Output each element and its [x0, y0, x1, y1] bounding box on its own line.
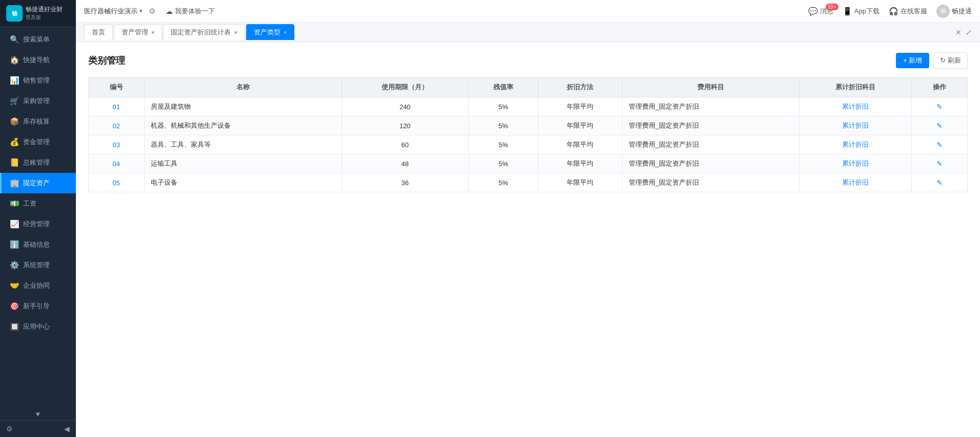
cell-method: 年限平均 — [538, 135, 622, 154]
collapse-icon[interactable]: ◀ — [64, 425, 70, 433]
table-header: 编号 名称 使用期限（月） 残值率 折旧方法 费用科目 累计折旧科目 操作 — [89, 77, 968, 97]
content-actions: + 新增 ↻ 刷新 — [896, 52, 968, 69]
sidebar-item-label-system: 系统管理 — [23, 261, 50, 270]
tab-fixed-asset-report[interactable]: 固定资产折旧统计表 × — [163, 24, 245, 40]
online-service-btn[interactable]: 🎧 在线客服 — [889, 7, 927, 16]
cell-residual: 5% — [468, 154, 538, 173]
sidebar-item-salary[interactable]: 💵 工资 — [0, 193, 76, 214]
sidebar-item-label-basic-info: 基础信息 — [23, 240, 50, 249]
tab-fixed-asset-report-close[interactable]: × — [234, 29, 237, 35]
col-accumulated: 累计折旧科目 — [799, 77, 912, 97]
sidebar: 畅 畅捷通好业财 普及版 🔍 搜索菜单 🏠 快捷导航 📊 销售管理 🛒 采购管理… — [0, 0, 76, 437]
sidebar-item-purchase[interactable]: 🛒 采购管理 — [0, 91, 76, 111]
edit-icon[interactable]: ✎ — [936, 103, 943, 111]
cell-code: 02 — [89, 116, 145, 135]
cell-action: ✎ — [912, 173, 968, 192]
logo-name: 畅捷通好业财 — [26, 6, 63, 14]
edit-icon[interactable]: ✎ — [936, 178, 943, 187]
cell-residual: 5% — [468, 97, 538, 116]
cell-expense: 管理费用_固定资产折旧 — [622, 154, 799, 173]
sidebar-item-basic-info[interactable]: ℹ️ 基础信息 — [0, 234, 76, 255]
asset-type-table: 编号 名称 使用期限（月） 残值率 折旧方法 费用科目 累计折旧科目 操作 01… — [88, 77, 968, 192]
sidebar-item-label-guide: 新手引导 — [23, 302, 50, 311]
content-area: 类别管理 + 新增 ↻ 刷新 编号 名称 使用期限（月） 残值率 折旧方法 费用… — [76, 42, 980, 437]
cell-method: 年限平均 — [538, 154, 622, 173]
sidebar-nav: 🔍 搜索菜单 🏠 快捷导航 📊 销售管理 🛒 采购管理 📦 库存核算 💰 资金管… — [0, 27, 76, 408]
user-profile[interactable]: 畅 畅捷通 — [936, 5, 972, 18]
table-row: 05 电子设备 36 5% 年限平均 管理费用_固定资产折旧 累计折旧 ✎ — [89, 173, 968, 192]
col-action: 操作 — [912, 77, 968, 97]
sidebar-item-fixed-assets[interactable]: 🏢 固定资产 — [0, 173, 76, 193]
tab-asset-type-label: 资产类型 — [254, 28, 281, 37]
new-button-label: + 新增 — [903, 56, 922, 65]
sidebar-item-label-search: 搜索菜单 — [23, 35, 50, 44]
cell-code: 03 — [89, 135, 145, 154]
sidebar-item-quick-nav[interactable]: 🏠 快捷导航 — [0, 50, 76, 70]
content-header: 类别管理 + 新增 ↻ 刷新 — [88, 52, 968, 69]
tab-asset-type[interactable]: 资产类型 × — [246, 24, 294, 40]
sidebar-item-sales[interactable]: 📊 销售管理 — [0, 70, 76, 91]
topbar: 医疗器械行业演示 ▾ ⚙ ☁ 我要体验一下 💬 消息 99+ 📱 App下载 🎧… — [76, 0, 980, 23]
col-method: 折旧方法 — [538, 77, 622, 97]
window-maximize-btn[interactable]: ⤢ — [966, 28, 972, 36]
sidebar-item-enterprise[interactable]: 🤝 企业协同 — [0, 275, 76, 296]
app-download-btn[interactable]: 📱 App下载 — [843, 7, 879, 16]
operations-icon: 📈 — [10, 220, 19, 229]
table-row: 03 器具、工具、家具等 60 5% 年限平均 管理费用_固定资产折旧 累计折旧… — [89, 135, 968, 154]
new-button[interactable]: + 新增 — [896, 53, 929, 68]
company-dropdown-icon: ▾ — [139, 8, 143, 14]
inventory-icon: 📦 — [10, 117, 19, 126]
app-center-icon: 🔲 — [10, 322, 19, 331]
cell-name: 运输工具 — [144, 154, 342, 173]
app-download-label: App下载 — [854, 7, 879, 16]
tab-asset-management-close[interactable]: × — [151, 29, 154, 35]
online-service-label: 在线客服 — [901, 7, 927, 16]
sidebar-item-guide[interactable]: 🎯 新手引导 — [0, 296, 76, 316]
cell-expense: 管理费用_固定资产折旧 — [622, 97, 799, 116]
company-selector[interactable]: 医疗器械行业演示 ▾ — [84, 7, 143, 16]
sidebar-logo: 畅 畅捷通好业财 普及版 — [0, 0, 76, 27]
sidebar-item-operations[interactable]: 📈 经营管理 — [0, 214, 76, 234]
edit-icon[interactable]: ✎ — [936, 141, 943, 149]
settings-icon[interactable]: ⚙ — [6, 425, 13, 433]
sidebar-item-label-capital: 资金管理 — [23, 137, 50, 147]
sidebar-item-label-sales: 销售管理 — [23, 76, 50, 85]
cell-expense: 管理费用_固定资产折旧 — [622, 116, 799, 135]
edit-icon[interactable]: ✎ — [936, 160, 943, 168]
window-close-btn[interactable]: ✕ — [955, 28, 962, 36]
refresh-button-label: ↻ 刷新 — [940, 56, 961, 65]
tab-asset-management[interactable]: 资产管理 × — [114, 24, 162, 40]
fixed-assets-icon: 🏢 — [10, 178, 19, 188]
purchase-icon: 🛒 — [10, 96, 19, 106]
messages-btn[interactable]: 💬 消息 99+ — [808, 7, 833, 16]
sidebar-item-capital[interactable]: 💰 资金管理 — [0, 132, 76, 152]
tab-asset-type-close[interactable]: × — [284, 29, 287, 35]
cell-residual: 5% — [468, 135, 538, 154]
edit-icon[interactable]: ✎ — [936, 122, 943, 130]
sidebar-item-inventory[interactable]: 📦 库存核算 — [0, 111, 76, 132]
sidebar-item-label-inventory: 库存核算 — [23, 117, 50, 126]
tab-home[interactable]: 首页 — [84, 24, 113, 40]
enterprise-icon: 🤝 — [10, 281, 19, 290]
cell-code: 05 — [89, 173, 145, 192]
sidebar-item-system[interactable]: ⚙️ 系统管理 — [0, 255, 76, 275]
cell-accumulated: 累计折旧 — [799, 173, 912, 192]
guide-icon: 🎯 — [10, 302, 19, 311]
topbar-gear-icon[interactable]: ⚙ — [149, 7, 155, 16]
sidebar-scroll-down[interactable]: ▼ — [0, 408, 76, 420]
tab-asset-management-label: 资产管理 — [122, 28, 148, 37]
cell-accumulated: 累计折旧 — [799, 97, 912, 116]
topbar-right: 💬 消息 99+ 📱 App下载 🎧 在线客服 畅 畅捷通 — [808, 5, 972, 18]
table-body: 01 房屋及建筑物 240 5% 年限平均 管理费用_固定资产折旧 累计折旧 ✎… — [89, 97, 968, 192]
messages-icon: 💬 — [808, 7, 818, 16]
col-expense: 费用科目 — [622, 77, 799, 97]
sidebar-item-ledger[interactable]: 📒 总账管理 — [0, 152, 76, 173]
cell-accumulated: 累计折旧 — [799, 116, 912, 135]
cell-method: 年限平均 — [538, 173, 622, 192]
cell-code: 01 — [89, 97, 145, 116]
sidebar-item-search[interactable]: 🔍 搜索菜单 — [0, 29, 76, 50]
cell-period: 36 — [342, 173, 468, 192]
sidebar-item-app-center[interactable]: 🔲 应用中心 — [0, 316, 76, 337]
refresh-button[interactable]: ↻ 刷新 — [933, 52, 968, 69]
experience-btn[interactable]: ☁ 我要体验一下 — [166, 7, 215, 16]
